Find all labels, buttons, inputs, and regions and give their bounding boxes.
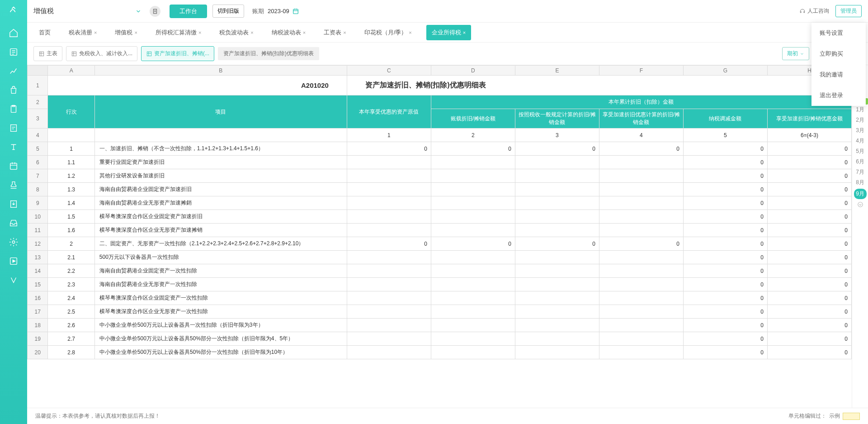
home-icon[interactable] — [9, 28, 19, 38]
cell-value[interactable] — [515, 210, 599, 224]
row-header[interactable]: 14 — [28, 264, 48, 278]
cell-value[interactable] — [599, 278, 683, 291]
calendar-picker-icon[interactable] — [292, 8, 299, 15]
cell-value[interactable] — [431, 169, 515, 183]
cell-value[interactable]: 0 — [347, 142, 431, 156]
cell-item[interactable]: 海南自由贸易港企业无形资产一次性扣除 — [94, 278, 347, 291]
sheet-tab-asset-depreciation[interactable]: 资产加速折旧、摊销(... — [141, 46, 214, 61]
cell-value[interactable] — [431, 332, 515, 346]
cell-value[interactable]: 0 — [767, 210, 851, 224]
cell-item[interactable]: 中小微企业单价500万元以上设备器具一次性扣除（折旧年限为3年） — [94, 319, 347, 332]
cell-value[interactable] — [347, 251, 431, 264]
cell-value[interactable] — [431, 224, 515, 237]
bag-icon[interactable] — [9, 85, 19, 95]
cell-value[interactable]: 0 — [431, 237, 515, 251]
cell-value[interactable] — [431, 210, 515, 224]
cell-value[interactable] — [515, 196, 599, 210]
cell-hangci[interactable]: 1.5 — [48, 210, 94, 224]
cell-hangci[interactable]: 1.6 — [48, 224, 94, 237]
cell-value[interactable]: 0 — [767, 169, 851, 183]
spreadsheet[interactable]: ABCDEFGH1A201020资产加速折旧、摊销(扣除)优惠明细表2行次项目本… — [27, 65, 852, 408]
cell-value[interactable] — [599, 305, 683, 319]
cell-value[interactable]: 0 — [767, 142, 851, 156]
close-icon[interactable]: × — [250, 30, 253, 35]
cell-item[interactable]: 中小微企业单价500万元以上设备器具50%部分一次性扣除（折旧年限为10年） — [94, 346, 347, 359]
cell-value[interactable] — [347, 264, 431, 278]
list-icon[interactable] — [9, 47, 19, 57]
cell-hangci[interactable]: 1.1 — [48, 156, 94, 169]
cell[interactable]: 1 — [347, 129, 431, 142]
nav-tab[interactable]: 增值税 × — [111, 24, 141, 41]
dropdown-item[interactable]: 我的邀请 — [811, 64, 866, 85]
export-icon[interactable] — [9, 199, 19, 209]
cell-hangci[interactable]: 2.5 — [48, 305, 94, 319]
cell-item[interactable]: 横琴粤澳深度合作区企业固定资产加速折旧 — [94, 210, 347, 224]
cell-value[interactable] — [599, 264, 683, 278]
row-header[interactable]: 12 — [28, 237, 48, 251]
cell-value[interactable]: 0 — [767, 305, 851, 319]
cell-hangci[interactable]: 1 — [48, 142, 94, 156]
cell[interactable]: 6=(4-3) — [767, 129, 851, 142]
cell-value[interactable]: 0 — [683, 319, 767, 332]
close-icon[interactable]: × — [409, 30, 411, 35]
cell-value[interactable]: 0 — [683, 224, 767, 237]
row-header[interactable]: 15 — [28, 278, 48, 291]
close-icon[interactable]: × — [198, 30, 201, 35]
cell-value[interactable]: 0 — [683, 291, 767, 305]
cell-item[interactable]: 海南自由贸易港企业无形资产加速摊銷 — [94, 196, 347, 210]
cell-value[interactable] — [599, 224, 683, 237]
cell[interactable]: 5 — [683, 129, 767, 142]
report-icon[interactable] — [9, 123, 19, 133]
cell-value[interactable] — [347, 156, 431, 169]
cell-item[interactable]: 重要行业固定资产加速折旧 — [94, 156, 347, 169]
sheet-tab-exempt[interactable]: 免税收入、减计收入... — [66, 46, 137, 61]
cell-value[interactable]: 0 — [599, 237, 683, 251]
cell-item[interactable]: 海南自由贸易港企业固定资产加速折旧 — [94, 183, 347, 196]
cell-value[interactable]: 0 — [683, 237, 767, 251]
cell-hangci[interactable]: 2 — [48, 237, 94, 251]
cell-value[interactable] — [347, 291, 431, 305]
nav-tab[interactable]: 所得税汇算清缴 × — [152, 24, 205, 41]
cell-value[interactable] — [599, 196, 683, 210]
v-icon[interactable] — [9, 275, 19, 285]
cell-value[interactable] — [515, 291, 599, 305]
cell-value[interactable]: 0 — [767, 196, 851, 210]
cell-value[interactable] — [599, 346, 683, 359]
col-header[interactable]: B — [94, 66, 347, 76]
row-header[interactable]: 19 — [28, 332, 48, 346]
cell-hangci[interactable]: 2.2 — [48, 264, 94, 278]
nav-tab[interactable]: 印花税（月/季） × — [361, 24, 415, 41]
month-item[interactable]: 7月 — [852, 167, 868, 177]
cell-value[interactable] — [599, 156, 683, 169]
cell-value[interactable] — [347, 196, 431, 210]
dropdown-item[interactable]: 账号设置 — [811, 23, 866, 43]
cell-value[interactable] — [347, 224, 431, 237]
cell-value[interactable] — [515, 278, 599, 291]
col-header[interactable]: G — [683, 66, 767, 76]
switch-old-button[interactable]: 切到旧版 — [212, 5, 244, 18]
month-item[interactable]: 4月 — [852, 136, 868, 146]
period-init-select[interactable]: 期初 — [782, 47, 809, 60]
cell-value[interactable] — [599, 332, 683, 346]
cell-item[interactable]: 海南自由贸易港企业固定资产一次性扣除 — [94, 264, 347, 278]
cell-value[interactable] — [515, 169, 599, 183]
row-header[interactable]: 5 — [28, 142, 48, 156]
close-icon[interactable]: × — [463, 30, 466, 35]
cell-item[interactable]: 二、固定资产、无形资产一次性扣除（2.1+2.2+2.3+2.4+2.5+2.6… — [94, 237, 347, 251]
clipboard-icon[interactable] — [9, 104, 19, 114]
cell-value[interactable]: 0 — [767, 183, 851, 196]
col-header[interactable]: E — [515, 66, 599, 76]
workspace-button[interactable]: 工作台 — [170, 5, 207, 18]
cell-value[interactable] — [347, 169, 431, 183]
cell[interactable] — [48, 129, 94, 142]
cell-value[interactable]: 0 — [767, 346, 851, 359]
cell-value[interactable] — [431, 156, 515, 169]
doc-toggle-button[interactable] — [150, 6, 160, 17]
cell-value[interactable]: 0 — [683, 332, 767, 346]
cell-value[interactable] — [515, 319, 599, 332]
cell-item[interactable]: 500万元以下设备器具一次性扣除 — [94, 251, 347, 264]
dropdown-item[interactable]: 立即购买 — [811, 43, 866, 64]
row-header[interactable]: 13 — [28, 251, 48, 264]
cell-value[interactable] — [515, 251, 599, 264]
row-header[interactable]: 2 — [28, 95, 48, 109]
